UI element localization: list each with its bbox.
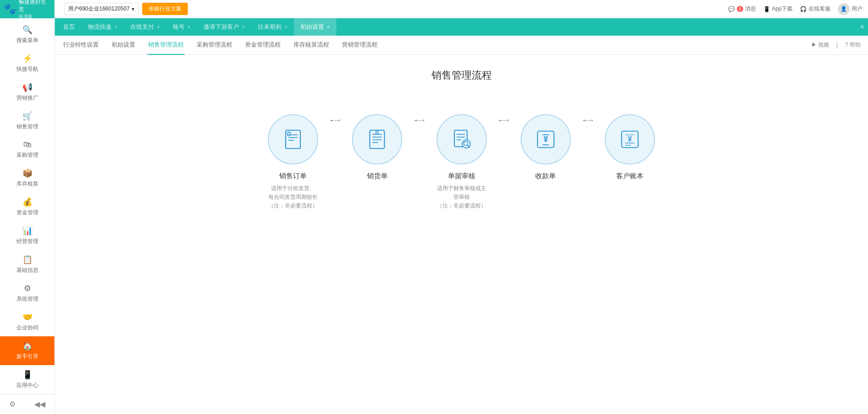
- close-icon[interactable]: ×: [187, 24, 191, 30]
- appstore-icon: 📱: [22, 370, 32, 380]
- sidebar-label-search: 搜索菜单: [16, 37, 38, 44]
- chevron-down-icon: ▾: [132, 6, 134, 12]
- help-link[interactable]: ? 帮助: [845, 41, 861, 49]
- svg-rect-4: [288, 132, 290, 136]
- sidebar-item-sales[interactable]: 🛒销售管理: [0, 106, 54, 135]
- sidebar-item-operations[interactable]: 📊经营管理: [0, 221, 54, 250]
- sidebar-item-quicknav[interactable]: ⚡快捷导航: [0, 49, 54, 78]
- user-select[interactable]: 用户690企业1660120507 ▾: [64, 3, 138, 15]
- sidebar-label-system: 系统管理: [16, 295, 38, 303]
- flow-circle-receipt: ¥: [521, 114, 571, 165]
- sidebar-label-basic: 基础信息: [16, 266, 38, 274]
- flow-circle-customer-account: ¥: [605, 114, 655, 165]
- message-label: 消息: [745, 5, 756, 13]
- nav-tab-init[interactable]: 初始设置 ×: [294, 18, 336, 36]
- logo-icon: 🐾: [4, 3, 16, 15]
- sidebar-label-operations: 经营管理: [16, 238, 38, 245]
- flow-label-customer-account: 客户账本: [616, 172, 644, 180]
- avatar: 👤: [838, 3, 850, 15]
- arrow-2: ···→: [414, 114, 425, 167]
- close-icon[interactable]: ×: [284, 24, 288, 30]
- sub-tab-sales-flow[interactable]: 销售管理流程: [147, 36, 185, 55]
- service-item[interactable]: 🎧 在线客服: [800, 5, 831, 13]
- user-avatar-item[interactable]: 👤 用户: [838, 3, 863, 15]
- sidebar-logo: 🐾 畅捷通好生意 标准版: [0, 0, 54, 18]
- sub-tab-init[interactable]: 初始设置: [111, 36, 136, 55]
- app-download-item[interactable]: 📱 App下载: [763, 5, 793, 13]
- purchase-icon: 🛍: [23, 140, 32, 149]
- settings-icon[interactable]: ⚙: [5, 398, 19, 410]
- sidebar: 🐾 畅捷通好生意 标准版 🔍搜索菜单⚡快捷导航📢营销推广🛒销售管理🛍采购管理📦库…: [0, 0, 55, 414]
- user-name-label: 用户: [852, 5, 863, 13]
- sidebar-item-search[interactable]: 🔍搜索菜单: [0, 20, 54, 49]
- sub-tab-purchase-flow[interactable]: 采购管理流程: [196, 36, 233, 55]
- sidebar-label-purchase: 采购管理: [16, 151, 38, 159]
- sidebar-item-purchase[interactable]: 🛍采购管理: [0, 135, 54, 164]
- sidebar-menu: 🔍搜索菜单⚡快捷导航📢营销推广🛒销售管理🛍采购管理📦库存核算💰资金管理📊经营管理…: [0, 18, 54, 394]
- sidebar-item-basic[interactable]: 📋基础信息: [0, 250, 54, 279]
- nav-tab-period[interactable]: 往来期初 ×: [251, 18, 294, 36]
- sub-tab-industry[interactable]: 行业特性设置: [62, 36, 100, 55]
- sub-tab-finance-flow[interactable]: 资金管理流程: [244, 36, 282, 55]
- content-area: 销售管理流程 销售订单 适用于分批发货、有合同发货周期较长（注：非必要流程）: [55, 55, 868, 243]
- sidebar-label-appstore: 应用中心: [16, 382, 38, 389]
- newguide-icon: 🏠: [22, 341, 32, 351]
- flow-circle-sales-invoice: [352, 114, 402, 165]
- arrow-1: ···→: [330, 114, 341, 167]
- nav-tabs: 首页 物流快递 × 在线支付 × 账号 × 邀请下游客户 × 往来期初 × 初始…: [55, 18, 868, 36]
- sidebar-item-appstore[interactable]: 📱应用中心: [0, 365, 54, 394]
- nav-tab-invite[interactable]: 邀请下游客户 ×: [197, 18, 251, 36]
- nav-tab-logistics[interactable]: 物流快递 ×: [81, 18, 124, 36]
- close-icon[interactable]: ×: [242, 24, 245, 30]
- flow-label-doc-review: 单据审核: [448, 172, 475, 180]
- video-link[interactable]: ▶ 视频: [811, 41, 829, 49]
- close-icon[interactable]: ×: [157, 24, 160, 30]
- message-badge: 6: [737, 6, 743, 12]
- sidebar-item-finance[interactable]: 💰资金管理: [0, 192, 54, 221]
- close-all-tabs-button[interactable]: ×: [860, 23, 864, 31]
- nav-tab-payment[interactable]: 在线支付 ×: [124, 18, 166, 36]
- sidebar-item-system[interactable]: ⚙系统管理: [0, 279, 54, 308]
- svg-rect-21: [625, 134, 634, 136]
- sidebar-label-collab: 企业协同: [16, 324, 38, 332]
- basic-icon: 📋: [22, 255, 32, 265]
- flow-label-sales-invoice: 销货单: [367, 172, 388, 180]
- service-label: 在线客服: [809, 5, 831, 13]
- message-item[interactable]: 💬 6 消息: [728, 5, 756, 13]
- sidebar-item-inventory[interactable]: 📦库存核算: [0, 164, 54, 192]
- close-icon[interactable]: ×: [114, 24, 117, 30]
- search-icon: 🔍: [22, 25, 32, 35]
- sales-invoice-icon: [365, 127, 389, 151]
- sub-tabs: 行业特性设置 初始设置 销售管理流程 采购管理流程 资金管理流程 库存核算流程 …: [55, 36, 868, 55]
- collapse-icon[interactable]: ◀◀: [31, 398, 49, 410]
- arrow-3: ···→: [498, 114, 509, 167]
- nav-tab-home[interactable]: 首页: [57, 18, 81, 36]
- flow-label-receipt: 收款单: [535, 172, 556, 180]
- sales-icon: 🛒: [22, 111, 32, 121]
- sidebar-label-quicknav: 快捷导航: [16, 65, 38, 73]
- flow-desc-doc-review: 适用于财务审核或主管审核（注：非必要流程）: [437, 184, 486, 211]
- close-icon[interactable]: ×: [327, 24, 330, 30]
- nav-tab-account[interactable]: 账号 ×: [166, 18, 197, 36]
- receipt-icon: ¥: [534, 127, 558, 151]
- sidebar-label-inventory: 库存核算: [16, 180, 38, 188]
- customer-account-icon: ¥: [618, 127, 642, 151]
- sidebar-item-collab[interactable]: 🤝企业协同: [0, 308, 54, 336]
- sidebar-label-newguide: 新手引导: [16, 353, 38, 361]
- quicknav-icon: ⚡: [22, 53, 32, 64]
- sub-tab-inventory-flow[interactable]: 库存核算流程: [293, 36, 330, 55]
- trial-button[interactable]: 体验行业方案: [142, 3, 188, 15]
- user-select-label: 用户690企业1660120507: [68, 5, 130, 13]
- collab-icon: 🤝: [22, 312, 32, 322]
- sidebar-item-newguide[interactable]: 🏠新手引导: [0, 336, 54, 365]
- sub-tab-marketing-flow[interactable]: 营销管理流程: [341, 36, 378, 55]
- flow-item-sales-order: 销售订单 适用于分批发货、有合同发货周期较长（注：非必要流程）: [256, 114, 330, 211]
- flow-diagram: 销售订单 适用于分批发货、有合同发货周期较长（注：非必要流程） ···→: [64, 110, 859, 229]
- flow-item-customer-account: ¥ 客户账本: [593, 114, 666, 184]
- flow-item-doc-review: 单据审核 适用于财务审核或主管审核（注：非必要流程）: [425, 114, 498, 211]
- operations-icon: 📊: [22, 226, 32, 236]
- doc-review-icon: [450, 127, 474, 151]
- sidebar-item-marketing[interactable]: 📢营销推广: [0, 78, 54, 106]
- flow-circle-sales-order: [268, 114, 318, 165]
- flow-item-receipt: ¥ 收款单: [509, 114, 582, 184]
